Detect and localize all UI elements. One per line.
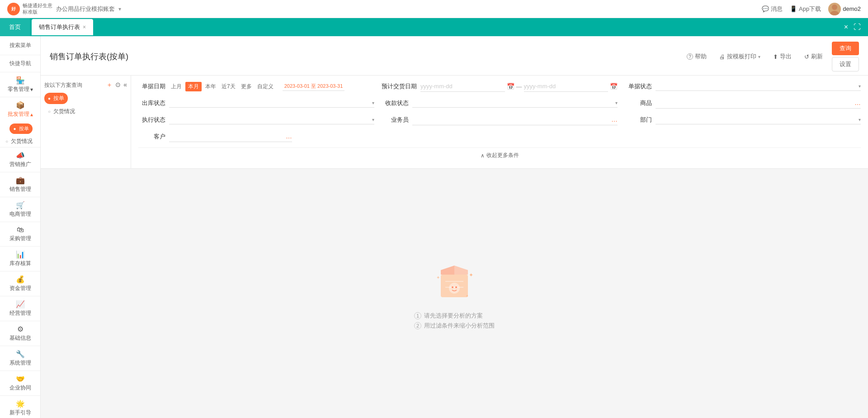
- sidebar: 搜索菜单 快捷导航 🏪 零售管理 ▾ 📦 批发管理 ▴: [0, 36, 41, 418]
- app-download-icon: 📱: [790, 5, 797, 12]
- sidebar-item-purchase[interactable]: 🛍 采购管理: [0, 222, 40, 246]
- customer-dots-btn[interactable]: …: [286, 133, 292, 140]
- tab-close-icon[interactable]: ×: [83, 24, 86, 30]
- print-btn[interactable]: 🖨 按模板打印 ▾: [716, 51, 764, 62]
- expected-date-end-cal-icon[interactable]: 📅: [610, 83, 618, 90]
- print-icon: 🖨: [719, 53, 725, 60]
- expected-date-end-input[interactable]: [524, 81, 609, 92]
- date-last7-btn[interactable]: 近7天: [220, 82, 237, 91]
- filter-status-label: 单据状态: [625, 82, 652, 90]
- filter-exec-status-select[interactable]: ▾: [169, 115, 374, 124]
- query-btn[interactable]: 查询: [832, 42, 859, 55]
- top-bar-right: 💬 消息 📱 App下载 demo2: [762, 3, 861, 15]
- filter-collapse-icon[interactable]: «: [123, 81, 127, 89]
- sidebar-item-ecommerce[interactable]: 🛒 电商管理: [0, 197, 40, 222]
- filter-copy-icon[interactable]: ⊙: [115, 81, 121, 89]
- sidebar-item-sales[interactable]: 💼 销售管理: [0, 172, 40, 197]
- tab-minimize-btn[interactable]: ×: [844, 23, 848, 31]
- search-menu-btn[interactable]: 搜索菜单: [4, 40, 37, 51]
- filter-customer-field: 客户 …: [138, 131, 292, 142]
- sidebar-item-finance[interactable]: 💰 资金管理: [0, 271, 40, 296]
- user-area[interactable]: demo2: [828, 3, 861, 15]
- sidebar-item-system[interactable]: 🔧 系统管理: [0, 346, 40, 370]
- salesperson-dots-btn[interactable]: …: [611, 116, 618, 123]
- sidebar-item-operation[interactable]: 📈 经营管理: [0, 296, 40, 321]
- message-action[interactable]: 💬 消息: [762, 5, 783, 13]
- date-more-btn[interactable]: 更多: [239, 82, 254, 91]
- sidebar-item-basic[interactable]: ⚙ 基础信息: [0, 321, 40, 346]
- sidebar-sub-debt[interactable]: ○ 欠货情况: [2, 136, 40, 147]
- sidebar-item-newuser[interactable]: 🌟 新手引导: [0, 396, 40, 418]
- subtitle-dropdown-arrow[interactable]: ▾: [118, 6, 121, 12]
- refresh-btn[interactable]: ↺ 刷新: [801, 51, 826, 62]
- date-current-month-btn[interactable]: 本月: [185, 82, 202, 91]
- filter-panel-inner: 按以下方案查询 ＋ ⊙ « ● 按单 ○ 欠货情况: [41, 76, 868, 168]
- empty-steps-list: 1 请先选择要分析的方案 2 用过滤条件来缩小分析范围: [414, 311, 495, 331]
- sidebar-marketing-section: 📣 营销推广: [0, 147, 40, 172]
- sidebar-sub-order[interactable]: ● 按单: [9, 124, 32, 134]
- expected-date-start-input[interactable]: [420, 81, 505, 92]
- customer-input-area[interactable]: …: [169, 131, 292, 142]
- svg-marker-4: [454, 266, 468, 275]
- tab-home[interactable]: 首页: [0, 18, 30, 36]
- sidebar-item-retail[interactable]: 🏪 零售管理 ▾: [0, 72, 40, 97]
- sidebar-item-marketing[interactable]: 📣 营销推广: [0, 147, 40, 172]
- help-btn[interactable]: ? 帮助: [683, 51, 710, 62]
- sidebar-sales-section: 💼 销售管理: [0, 172, 40, 197]
- query-setting-group: 查询 设置: [832, 42, 859, 71]
- sidebar-operation-section: 📈 经营管理: [0, 296, 40, 321]
- filter-scheme-debt[interactable]: ○ 欠货情况: [44, 106, 127, 117]
- content-area: 销售订单执行表(按单) ? 帮助 🖨 按模板打印 ▾ ⬆ 导出 ↺ 刷新: [41, 36, 868, 418]
- help-icon: ?: [687, 53, 693, 60]
- sidebar-quicknav-label[interactable]: 快捷导航: [0, 57, 40, 70]
- filter-scheme-active[interactable]: ● 按单: [44, 93, 68, 104]
- filter-department-label: 部门: [625, 116, 652, 124]
- wholesale-label-area: 批发管理 ▴: [8, 110, 33, 118]
- exec-status-arrow: ▾: [372, 117, 374, 122]
- logo-text: 畅捷通好生意 标准版: [23, 3, 52, 14]
- expected-date-start-cal-icon[interactable]: 📅: [507, 83, 514, 90]
- date-custom-btn[interactable]: 自定义: [255, 82, 275, 91]
- filter-add-icon[interactable]: ＋: [106, 81, 113, 89]
- date-range-display[interactable]: 2023-03-01 至 2023-03-31: [283, 82, 345, 91]
- date-last-month-btn[interactable]: 上月: [169, 82, 184, 91]
- sidebar-system-section: 🔧 系统管理: [0, 346, 40, 371]
- salesperson-input-area[interactable]: …: [412, 114, 618, 125]
- marketing-icon: 📣: [16, 151, 25, 160]
- goods-input-area[interactable]: …: [656, 97, 861, 109]
- filter-payment-status-select[interactable]: ▾: [412, 99, 618, 108]
- filter-expected-date-label: 预计交货日期: [382, 82, 417, 90]
- page-title: 销售订单执行表(按单): [50, 51, 128, 62]
- app-download-action[interactable]: 📱 App下载: [790, 5, 821, 13]
- message-icon: 💬: [762, 5, 769, 12]
- filter-out-status-label: 出库状态: [138, 99, 165, 107]
- export-btn[interactable]: ⬆ 导出: [769, 51, 795, 62]
- collapse-btn[interactable]: ∧ 收起更多条件: [481, 152, 519, 159]
- sidebar-item-inventory[interactable]: 📊 库存核算: [0, 247, 40, 271]
- filter-salesperson-label: 业务员: [382, 116, 409, 124]
- filter-department-select[interactable]: ▾: [656, 115, 861, 124]
- goods-dots-btn[interactable]: …: [854, 99, 861, 106]
- tab-maximize-btn[interactable]: ⛶: [854, 23, 861, 31]
- date-this-year-btn[interactable]: 本年: [203, 82, 218, 91]
- tab-sales-order[interactable]: 销售订单执行表 ×: [32, 19, 93, 35]
- top-bar: 好 畅捷通好生意 标准版 办公用品行业模拟账套 ▾ 💬 消息 📱 App下载 d: [0, 0, 868, 18]
- sidebar-item-enterprise[interactable]: 🤝 企业协同: [0, 371, 40, 395]
- expected-date-range: 📅 — 📅: [420, 81, 618, 92]
- sidebar-search-section: 搜索菜单: [0, 36, 40, 55]
- filter-out-status-select[interactable]: ▾: [169, 99, 374, 108]
- sidebar-inventory-section: 📊 库存核算: [0, 247, 40, 271]
- payment-status-arrow: ▾: [615, 100, 618, 105]
- filter-status-select[interactable]: ▾: [656, 82, 861, 91]
- sidebar-item-wholesale[interactable]: 📦 批发管理 ▴: [0, 97, 40, 122]
- logo-icon: 好: [7, 3, 20, 15]
- out-status-arrow: ▾: [372, 100, 374, 105]
- step-2-num: 2: [414, 322, 421, 329]
- date-separator: —: [516, 83, 522, 90]
- sidebar-basic-section: ⚙ 基础信息: [0, 321, 40, 346]
- sales-icon: 💼: [16, 176, 25, 185]
- setting-btn[interactable]: 设置: [832, 57, 859, 71]
- sidebar-retail-section: 🏪 零售管理 ▾: [0, 72, 40, 97]
- export-icon: ⬆: [773, 53, 778, 60]
- filter-row-4: 客户 …: [138, 131, 861, 142]
